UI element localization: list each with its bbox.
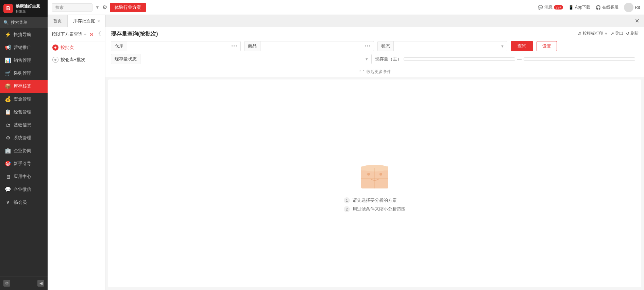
sidebar-item-inventory[interactable]: 📦 库存核算 — [0, 80, 48, 93]
query-button[interactable]: 查询 — [511, 41, 533, 51]
status-field-label: 状态 — [378, 41, 394, 51]
inventory-status-select[interactable]: ▼ — [140, 55, 371, 63]
enterprise-icon: 🏢 — [5, 148, 11, 154]
sidebar-item-guide[interactable]: 🎯 新手引导 — [0, 157, 48, 170]
hint-1-text: 请先选择要分析的方案 — [353, 197, 397, 203]
topbar-search-input[interactable] — [52, 3, 92, 12]
sidebar-item-finance[interactable]: 💰 资金管理 — [0, 93, 48, 106]
plan-inactive-icon — [52, 57, 58, 63]
product-input[interactable]: ••• — [260, 42, 374, 50]
sidebar-item-sales[interactable]: 📊 销售管理 — [0, 54, 48, 67]
sidebar-item-label: 企业微信 — [14, 186, 31, 193]
user-profile-action[interactable]: Rit — [624, 3, 640, 12]
sidebar-item-system[interactable]: ⚙ 系统管理 — [0, 131, 48, 144]
trial-industry-button[interactable]: 体验行业方案 — [110, 3, 146, 12]
status-select[interactable]: ▼ — [394, 42, 507, 50]
app-edition: 标准版 — [16, 9, 40, 14]
tab-inventory-batch-label: 库存批次账 — [73, 18, 95, 24]
svg-point-7 — [367, 173, 370, 176]
sidebar-item-label: 资金管理 — [14, 96, 31, 102]
main-area: ▼ ⚙ 体验行业方案 💬 消息 99+ 📱 App下载 🎧 在线客服 Rit — [48, 0, 644, 290]
online-service-action[interactable]: 🎧 在线客服 — [596, 4, 618, 10]
sidebar-header: B 畅康通好生意 标准版 — [0, 0, 48, 17]
settings-plan-icon[interactable]: ⊙ — [89, 32, 94, 37]
plan-label-by-batch: 按批次 — [61, 44, 74, 51]
svg-point-8 — [379, 173, 382, 176]
inventory-status-dropdown-icon: ▼ — [365, 57, 369, 61]
export-action[interactable]: ↗ 导出 — [611, 31, 623, 36]
basic-icon: 🗂 — [5, 122, 11, 128]
sidebar-item-enterprise[interactable]: 🏢 企业协同 — [0, 144, 48, 157]
app-title-block: 畅康通好生意 标准版 — [16, 3, 40, 14]
settings-footer-btn[interactable]: ⚙ — [3, 280, 10, 287]
status-dropdown-icon: ▼ — [501, 44, 504, 48]
warehouse-more-icon: ••• — [231, 44, 238, 49]
tab-home[interactable]: 首页 — [48, 15, 68, 27]
user-name-label: Rit — [635, 5, 640, 10]
tab-close-icon[interactable]: × — [97, 19, 100, 23]
sidebar-item-label: 应用中心 — [14, 174, 31, 180]
message-badge: 99+ — [554, 5, 563, 10]
sidebar-item-quick-nav[interactable]: ⚡ 快捷导航 — [0, 28, 48, 41]
sidebar-item-label: 采购管理 — [14, 70, 31, 76]
settings-button[interactable]: 设置 — [537, 41, 557, 51]
svg-point-1 — [54, 59, 56, 61]
sidebar-item-marketing[interactable]: 📢 营销推广 — [0, 41, 48, 54]
refresh-label: 刷新 — [630, 31, 639, 36]
refresh-action[interactable]: ↺ 刷新 — [626, 31, 639, 36]
product-field-label: 商品 — [244, 41, 260, 51]
messages-action[interactable]: 💬 消息 99+ — [538, 4, 563, 10]
sidebar-item-label: 销售管理 — [14, 57, 31, 64]
sidebar-item-label: 经营管理 — [14, 109, 31, 115]
add-plan-icon[interactable]: ＋ — [83, 31, 87, 37]
sidebar-footer: ⚙ ◀ — [0, 276, 48, 290]
refresh-icon: ↺ — [626, 31, 629, 36]
marketing-icon: 📢 — [5, 44, 11, 51]
sidebar-item-purchase[interactable]: 🛒 采购管理 — [0, 67, 48, 80]
sidebar-item-basic[interactable]: 🗂 基础信息 — [0, 119, 48, 131]
svg-point-0 — [54, 47, 56, 49]
inventory-qty-label: 现存量（主） — [375, 56, 402, 62]
topbar-left: ▼ ⚙ 体验行业方案 — [52, 3, 146, 12]
topbar: ▼ ⚙ 体验行业方案 💬 消息 99+ 📱 App下载 🎧 在线客服 Rit — [48, 0, 644, 15]
sidebar-item-business[interactable]: 📋 经营管理 — [0, 106, 48, 119]
tab-main-close-button[interactable]: ✕ — [630, 15, 644, 27]
sidebar-nav-list: ⚡ 快捷导航 📢 营销推广 📊 销售管理 🛒 采购管理 📦 库存核算 💰 资金管… — [0, 28, 48, 276]
topbar-dropdown-arrow[interactable]: ▼ — [95, 5, 100, 10]
sidebar-item-label: 企业协同 — [14, 148, 31, 154]
business-icon: 📋 — [5, 109, 11, 115]
finance-icon: 💰 — [5, 96, 11, 102]
export-label: 导出 — [615, 31, 623, 36]
wechat-icon: 💬 — [5, 186, 11, 193]
print-icon: 🖨 — [578, 31, 582, 36]
right-panel: 现存量查询(按批次) 🖨 按模板打印 ▼ ↗ 导出 ↺ 刷新 — [105, 27, 644, 290]
plan-item-by-batch[interactable]: 按批次 — [48, 41, 105, 54]
app-logo: B — [3, 4, 13, 13]
warehouse-input[interactable]: ••• — [127, 42, 240, 50]
print-action[interactable]: 🖨 按模板打印 ▼ — [578, 31, 608, 36]
tab-inventory-batch[interactable]: 库存批次账 × — [68, 15, 106, 27]
sidebar-item-member[interactable]: V 畅会员 — [0, 196, 48, 209]
sidebar-item-label: 营销推广 — [14, 44, 31, 51]
search-icon: 🔍 — [3, 20, 9, 25]
left-panel-header-actions: ＋ ⊙ 《 — [83, 31, 101, 38]
collapse-more-button[interactable]: ⌃⌃ 收起更多条件 — [111, 67, 639, 77]
sidebar-item-appstore[interactable]: 🖥 应用中心 — [0, 170, 48, 183]
inventory-qty-to[interactable] — [524, 57, 635, 61]
inventory-status-label: 现存量状态 — [111, 54, 140, 64]
collapse-left-panel-icon[interactable]: 《 — [96, 31, 101, 38]
inventory-qty-from[interactable] — [404, 57, 515, 61]
sidebar: B 畅康通好生意 标准版 🔍 搜索菜单 ⚡ 快捷导航 📢 营销推广 📊 销售管理… — [0, 0, 48, 290]
print-dropdown-icon[interactable]: ▼ — [604, 32, 608, 36]
sidebar-search[interactable]: 🔍 搜索菜单 — [0, 17, 48, 28]
sidebar-item-label: 库存核算 — [14, 83, 31, 89]
product-more-icon: ••• — [365, 44, 371, 49]
collapse-sidebar-btn[interactable]: ◀ — [37, 280, 44, 287]
topbar-settings-icon[interactable]: ⚙ — [102, 4, 107, 11]
collapse-more-label: 收起更多条件 — [367, 69, 391, 75]
sidebar-item-wechat[interactable]: 💬 企业微信 — [0, 183, 48, 196]
plan-item-by-warehouse-batch[interactable]: 按仓库+批次 — [48, 54, 105, 66]
quick-nav-icon: ⚡ — [5, 32, 11, 38]
app-download-action[interactable]: 📱 App下载 — [569, 4, 590, 10]
inventory-icon: 📦 — [5, 83, 11, 89]
